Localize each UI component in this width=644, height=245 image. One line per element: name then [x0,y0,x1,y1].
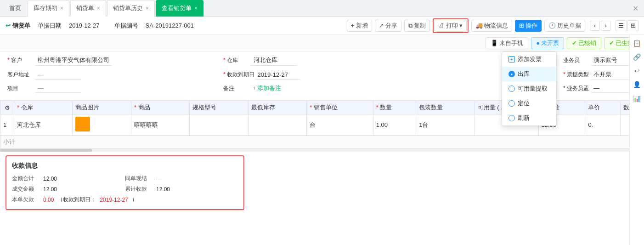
tab-inventory-close[interactable]: × [60,5,63,11]
tab-view-label: 查看销货单 [162,4,192,12]
subtotal-label: 小计 [0,136,644,149]
add-note-btn[interactable]: + 添加备注 [253,84,281,92]
outbound-label: 出库 [518,70,530,78]
row-spec [190,114,248,136]
print-button[interactable]: 🖨 打印 ▾ [435,20,467,32]
warehouse-field: * 仓库 河北仓库 [223,55,421,66]
print-dropdown-arrow: ▾ [459,22,463,29]
right-sidebar: 📋 🔗 ↩ 👤 📊 ⤢ [629,35,644,245]
outbound-icon: ● [508,71,515,77]
doc-no-value: SA-20191227-001 [146,22,194,29]
row-min-stock [248,114,306,136]
sidebar-chart-icon[interactable]: 📊 [631,92,644,105]
due-value: 0.00 [43,197,54,203]
tab-home[interactable]: 首页 [4,0,27,17]
tab-inventory-start[interactable]: 库存期初 × [28,0,69,17]
copy-label: 复制 [414,22,426,30]
print-label: 打印 [446,22,458,30]
not-open-btn[interactable]: ● 未开票 [531,37,564,49]
payment-info-title: 收款信息 [12,162,238,170]
doc-meta: 单据日期 2019-12-27 单据编号 SA-20191227-001 [38,22,347,30]
col-product: * 商品 [131,101,189,114]
tab-view-close[interactable]: × [194,5,198,11]
history-button[interactable]: 🕐 历史单据 [544,20,585,32]
tab-home-label: 首页 [9,4,21,12]
operation-button[interactable]: ⊞ 操作 [515,20,542,32]
grid-icon: ⊞ [519,22,524,29]
horizontal-scrollbar[interactable] [0,149,644,152]
history-icon: 🕐 [548,22,556,29]
address-value: — [35,70,81,80]
new-label: + 新增 [351,22,368,30]
subtotal-row: 小计 [0,136,644,149]
view-toggle: ☰ ⊞ [616,20,638,31]
sidebar-back-icon[interactable]: ↩ [631,64,644,77]
col-min-stock: 最低库存 [248,101,306,114]
locate-label: 定位 [518,99,530,108]
grid-view-btn[interactable]: ⊞ [627,20,638,31]
new-button[interactable]: + 新增 [347,20,372,32]
available-qty-label: 可用量提取 [518,85,548,93]
col-img: 商品图片 [73,101,131,114]
scrollbar-thumb[interactable] [0,149,92,152]
check-label: 已核销 [578,39,596,47]
not-open-label: 未开票 [541,39,559,47]
col-pack-qty: 包装数量 [416,101,475,114]
logistics-button[interactable]: 🚚 物流信息 [471,20,512,32]
col-settings[interactable]: ⚙ [0,101,14,114]
effective-icon: ✔ [609,40,614,46]
tab-sales-order[interactable]: 销货单 × [70,0,106,17]
agent-label: * 业务员孟 [563,85,591,92]
tab-view-sales[interactable]: 查看销货单 × [156,0,203,17]
doc-title-text: 销货单 [12,22,30,30]
sidebar-user-icon[interactable]: 👤 [631,78,644,91]
tab-history-close[interactable]: × [146,5,149,11]
prev-arrow[interactable]: ‹ [590,21,600,31]
sidebar-link-icon[interactable]: 🔗 [631,51,644,63]
row-index: 1 [0,114,14,136]
transaction-value: 12.00 [43,186,57,193]
add-invoice-item[interactable]: + 添加发票 [502,52,556,67]
tab-history-label: 销货单历史 [113,4,143,12]
share-button[interactable]: ↗ 分享 [375,20,401,32]
refresh-item[interactable]: 刷新 [502,111,556,125]
locate-item[interactable]: 定位 [502,96,556,111]
next-arrow[interactable]: › [601,21,611,31]
print-icon: 🖨 [439,22,445,29]
from-phone-btn[interactable]: 📱 来自手机 [486,37,528,49]
truck-icon: 🚚 [475,22,483,29]
check-btn[interactable]: ✔ 已核销 [567,37,601,49]
outbound-item[interactable]: ● 出库 [502,67,556,81]
customer-label: * 客户 [7,57,35,64]
row-warehouse: 河北仓库 [14,114,73,136]
row-unit: 台 [307,114,373,136]
sidebar-doc-icon[interactable]: 📋 [631,37,644,50]
global-close-button[interactable]: ✕ [633,4,638,12]
due-row: 本单欠款 0.00 （收款到期日： 2019-12-27 ） [12,196,238,204]
copy-button[interactable]: ⧉ 复制 [404,20,430,32]
due-note: （收款到期日： [57,196,96,204]
amount-total-label: 金额合计 [12,175,40,182]
amount-total-value: 12.00 [43,176,57,182]
phone-icon: 📱 [491,40,498,46]
refresh-label: 刷新 [518,114,530,122]
due-note-end: ） [132,196,137,204]
operation-dropdown: + 添加发票 ● 出库 可用量提取 定位 刷新 [502,51,557,126]
settlement-row: 同单现结 — [125,175,238,182]
project-label: 项目 [7,85,35,92]
tab-sales-close[interactable]: × [97,5,100,11]
col-qty: * 数量 [373,101,416,114]
from-phone-label: 来自手机 [499,39,523,47]
payment-date-field: * 收款到期日 2019-12-27 [223,70,421,80]
note-field: 备注 + 添加备注 [223,84,421,92]
available-qty-item[interactable]: 可用量提取 [502,81,556,96]
tab-sales-history[interactable]: 销货单历史 × [107,0,155,17]
list-view-btn[interactable]: ☰ [616,20,627,31]
doc-title: ↩ 销货单 [6,22,30,30]
logistics-label: 物流信息 [484,22,508,30]
cumulative-label: 累计收款 [125,185,153,193]
doc-actions: + 新增 ↗ 分享 ⧉ 复制 🖨 打印 ▾ [347,18,638,33]
transaction-row: 成交金额 12.00 [12,185,125,193]
payment-info-grid: 金额合计 12.00 同单现结 — 成交金额 12.00 累计收款 12.00 … [12,175,238,204]
address-label: 客户地址 [7,71,35,79]
